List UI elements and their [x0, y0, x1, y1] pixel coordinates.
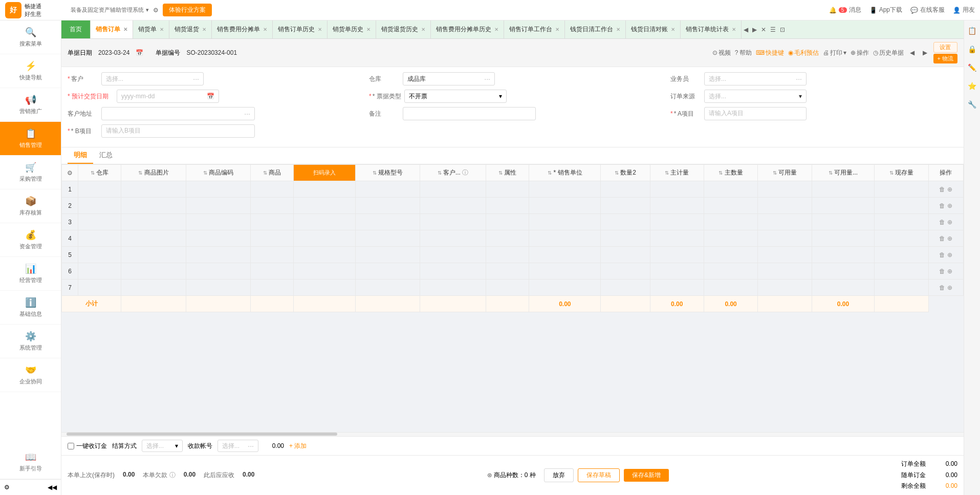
row-mainqty-3[interactable] [704, 214, 757, 230]
notification-item[interactable]: 🔔 5 5 消息 [829, 6, 861, 14]
tab-close-history-fee[interactable]: ✕ [494, 27, 498, 32]
order-source-input[interactable]: 选择... ▾ [704, 90, 807, 103]
row-scan-7[interactable] [294, 279, 355, 296]
row-available-4[interactable] [758, 230, 812, 247]
tab-close-cashflow-workbench[interactable]: ✕ [616, 27, 620, 32]
row-copy-icon-3[interactable]: ⊕ [947, 219, 952, 226]
tab-close-history-order[interactable]: ✕ [318, 27, 322, 32]
sort-goodscode-icon[interactable]: ⇅ [203, 170, 207, 176]
row-delete-icon-5[interactable]: 🗑 [939, 251, 945, 259]
row-delete-icon-3[interactable]: 🗑 [939, 219, 945, 226]
sidebar-item-sales[interactable]: 📋 销售管理 [0, 122, 61, 156]
row-attr-6[interactable] [486, 263, 529, 279]
tab-close-fee-split[interactable]: ✕ [263, 27, 267, 32]
row-customer-1[interactable] [420, 181, 486, 198]
app-download[interactable]: 📱 App下载 [869, 6, 902, 14]
row-qty2-1[interactable] [601, 181, 650, 198]
row-goodscode-1[interactable] [186, 181, 250, 198]
right-panel-icon-5[interactable]: 🔧 [966, 98, 978, 111]
row-currentstock-5[interactable] [875, 247, 928, 263]
row-mainqty-5[interactable] [704, 247, 757, 263]
row-goodscode-2[interactable] [186, 198, 250, 214]
sort-salesunit-icon[interactable]: ⇅ [548, 170, 552, 176]
tab-close-history-goods[interactable]: ✕ [366, 27, 371, 32]
save-draft-button[interactable]: 保存草稿 [578, 468, 620, 482]
row-warehouse-2[interactable] [78, 198, 121, 214]
row-availablemore-3[interactable] [812, 214, 875, 230]
calendar-delivery-icon[interactable]: 📅 [207, 93, 214, 100]
row-goodsimg-4[interactable] [121, 230, 186, 247]
row-customer-5[interactable] [420, 247, 486, 263]
row-warehouse-6[interactable] [78, 263, 121, 279]
row-customer-3[interactable] [420, 214, 486, 230]
row-available-7[interactable] [758, 279, 812, 296]
sidebar-item-enterprise[interactable]: 🤝 企业协同 [0, 358, 61, 392]
row-currentstock-3[interactable] [875, 214, 928, 230]
sidebar-item-inventory[interactable]: 📦 库存核算 [0, 189, 61, 223]
tab-close-return[interactable]: ✕ [202, 27, 206, 32]
row-warehouse-5[interactable] [78, 247, 121, 263]
sidebar-settings-icon[interactable]: ⚙ [4, 484, 10, 491]
sidebar-item-guide[interactable]: 📖 新手引导 [0, 445, 61, 479]
row-qty2-5[interactable] [601, 247, 650, 263]
right-panel-icon-2[interactable]: 🔒 [966, 43, 978, 55]
row-copy-icon-2[interactable]: ⊕ [947, 202, 952, 209]
tab-close-workbench[interactable]: ✕ [555, 27, 559, 32]
tab-nav-prev[interactable]: ◀ [742, 26, 750, 33]
row-goods-2[interactable] [250, 198, 293, 214]
row-delete-icon-1[interactable]: 🗑 [939, 186, 945, 193]
row-goods-5[interactable] [250, 247, 293, 263]
sort-attr-icon[interactable]: ⇅ [498, 170, 503, 176]
row-qty2-3[interactable] [601, 214, 650, 230]
setting-button[interactable]: 设置 [933, 42, 957, 53]
row-goodscode-6[interactable] [186, 263, 250, 279]
header-nav-prev[interactable]: ◀ [908, 49, 917, 56]
row-mainunit-6[interactable] [650, 263, 704, 279]
row-availablemore-7[interactable] [812, 279, 875, 296]
row-copy-icon-5[interactable]: ⊕ [947, 251, 952, 259]
tab-stats[interactable]: 销售订单统计表 ✕ [681, 20, 742, 38]
calendar-icon[interactable]: 📅 [136, 49, 143, 56]
b-project-input[interactable]: 请输入B项目 [101, 124, 255, 138]
row-warehouse-7[interactable] [78, 279, 121, 296]
row-currentstock-7[interactable] [875, 279, 928, 296]
row-availablemore-6[interactable] [812, 263, 875, 279]
th-settings[interactable]: ⚙ [62, 165, 78, 181]
row-goodsimg-5[interactable] [121, 247, 186, 263]
sort-availablemore-icon[interactable]: ⇅ [829, 170, 833, 176]
row-mainunit-5[interactable] [650, 247, 704, 263]
row-goodscode-5[interactable] [186, 247, 250, 263]
row-goodsimg-1[interactable] [121, 181, 186, 198]
row-warehouse-3[interactable] [78, 214, 121, 230]
tab-fee-split[interactable]: 销售费用分摊单 ✕ [212, 20, 273, 38]
user-avatar[interactable]: 👤 用友 [953, 6, 975, 14]
sidebar-item-finance[interactable]: 💰 资金管理 [0, 223, 61, 257]
row-customer-6[interactable] [420, 263, 486, 279]
row-salesunit-3[interactable] [529, 214, 601, 230]
row-copy-icon-7[interactable]: ⊕ [947, 284, 952, 291]
scan-button[interactable]: 扫码录入 [310, 168, 339, 178]
sort-customer-icon[interactable]: ⇅ [438, 170, 442, 176]
tab-nav-next[interactable]: ▶ [750, 26, 759, 33]
row-available-1[interactable] [758, 181, 812, 198]
row-attr-3[interactable] [486, 214, 529, 230]
row-available-5[interactable] [758, 247, 812, 263]
row-qty2-6[interactable] [601, 263, 650, 279]
row-goodscode-4[interactable] [186, 230, 250, 247]
row-goods-6[interactable] [250, 263, 293, 279]
tab-workbench[interactable]: 销售订单工作台 ✕ [504, 20, 565, 38]
history-btn[interactable]: ◷ 历史单据 [873, 49, 904, 57]
row-scan-5[interactable] [294, 247, 355, 263]
row-attr-5[interactable] [486, 247, 529, 263]
row-currentstock-2[interactable] [875, 198, 928, 214]
add-goods-button[interactable]: + 物流 [933, 54, 957, 63]
row-salesunit-1[interactable] [529, 181, 601, 198]
customer-input[interactable]: 选择... ··· [101, 72, 204, 85]
row-goodsimg-2[interactable] [121, 198, 186, 214]
sort-mainunit-icon[interactable]: ⇅ [665, 170, 669, 176]
operation-btn[interactable]: ⊕ 操作 [851, 49, 869, 57]
row-currentstock-6[interactable] [875, 263, 928, 279]
row-attr-4[interactable] [486, 230, 529, 247]
right-panel-icon-4[interactable]: ⭐ [966, 80, 978, 92]
one-click-checkbox[interactable] [68, 443, 74, 449]
